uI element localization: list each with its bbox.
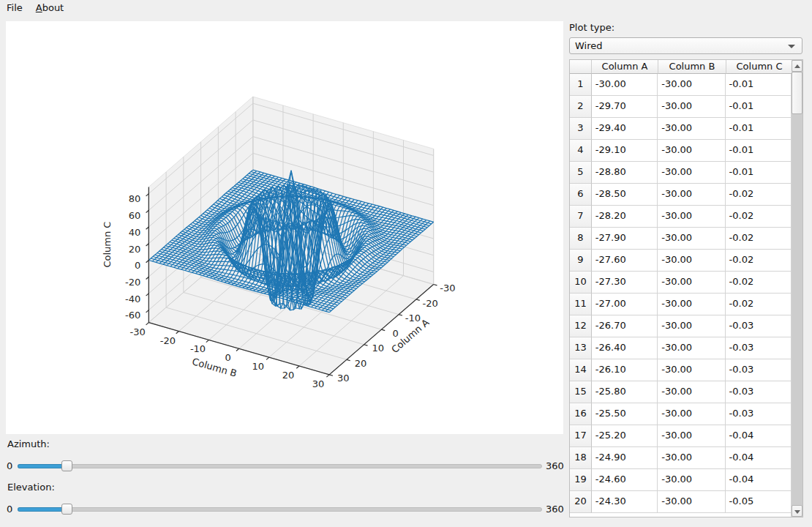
cell-column-b[interactable]: -30.00	[658, 96, 725, 118]
row-number[interactable]: 9	[570, 250, 592, 272]
cell-column-c[interactable]: -0.02	[726, 228, 792, 250]
cell-column-b[interactable]: -30.00	[658, 74, 725, 96]
row-number[interactable]: 10	[570, 272, 592, 294]
azimuth-slider[interactable]	[18, 460, 542, 471]
cell-column-a[interactable]: -28.20	[592, 206, 658, 228]
cell-column-a[interactable]: -30.00	[592, 74, 658, 96]
cell-column-a[interactable]: -24.90	[592, 447, 658, 469]
row-number[interactable]: 8	[570, 228, 592, 250]
cell-column-c[interactable]: -0.04	[726, 425, 792, 447]
row-number[interactable]: 4	[570, 140, 592, 162]
azimuth-slider-handle[interactable]	[61, 460, 72, 471]
row-number[interactable]: 5	[570, 162, 592, 184]
elevation-slider-track[interactable]	[18, 507, 542, 512]
table-scrollbar[interactable]	[792, 60, 802, 517]
table-row: 7-28.20-30.00-0.02	[570, 206, 792, 228]
plot-type-combobox[interactable]: Wired	[569, 37, 802, 54]
cell-column-c[interactable]: -0.01	[726, 74, 792, 96]
cell-column-a[interactable]: -26.10	[592, 359, 658, 381]
cell-column-b[interactable]: -30.00	[658, 206, 725, 228]
cell-column-c[interactable]: -0.01	[726, 96, 792, 118]
menu-about[interactable]: About	[29, 1, 70, 15]
cell-column-b[interactable]: -30.00	[658, 381, 725, 403]
cell-column-b[interactable]: -30.00	[658, 118, 725, 140]
row-number[interactable]: 17	[570, 425, 592, 447]
cell-column-b[interactable]: -30.00	[658, 425, 725, 447]
row-number[interactable]: 6	[570, 184, 592, 206]
cell-column-a[interactable]: -27.00	[592, 294, 658, 315]
cell-column-a[interactable]: -28.80	[592, 162, 658, 184]
cell-column-b[interactable]: -30.00	[658, 491, 725, 513]
scroll-up-button[interactable]	[792, 60, 802, 72]
cell-column-c[interactable]: -0.03	[726, 381, 792, 403]
column-header-column-a[interactable]: Column A	[592, 60, 658, 74]
cell-column-c[interactable]: -0.04	[726, 447, 792, 469]
cell-column-a[interactable]: -29.40	[592, 118, 658, 140]
cell-column-c[interactable]: -0.01	[726, 140, 792, 162]
cell-column-a[interactable]: -24.30	[592, 491, 658, 513]
row-number[interactable]: 16	[570, 403, 592, 425]
cell-column-b[interactable]: -30.00	[658, 359, 725, 381]
plot-3d-canvas[interactable]: -30-20-1001020303020100-10-20-30-60-40-2…	[6, 21, 563, 434]
cell-column-a[interactable]: -24.60	[592, 469, 658, 491]
cell-column-a[interactable]: -27.30	[592, 272, 658, 294]
cell-column-a[interactable]: -26.40	[592, 337, 658, 359]
cell-column-a[interactable]: -27.60	[592, 250, 658, 272]
cell-column-c[interactable]: -0.01	[726, 118, 792, 140]
row-number[interactable]: 11	[570, 294, 592, 315]
row-number[interactable]: 19	[570, 469, 592, 491]
cell-column-b[interactable]: -30.00	[658, 469, 725, 491]
cell-column-b[interactable]: -30.00	[658, 337, 725, 359]
row-number[interactable]: 15	[570, 381, 592, 403]
cell-column-c[interactable]: -0.03	[726, 337, 792, 359]
cell-column-b[interactable]: -30.00	[658, 184, 725, 206]
menu-file[interactable]: File	[0, 1, 29, 15]
cell-column-b[interactable]: -30.00	[658, 403, 725, 425]
elevation-slider[interactable]	[18, 504, 542, 515]
cell-column-b[interactable]: -30.00	[658, 294, 725, 315]
cell-column-a[interactable]: -25.50	[592, 403, 658, 425]
azimuth-slider-track[interactable]	[18, 464, 542, 468]
cell-column-a[interactable]: -25.80	[592, 381, 658, 403]
cell-column-c[interactable]: -0.02	[726, 206, 792, 228]
cell-column-c[interactable]: -0.05	[726, 491, 792, 513]
plot-3d[interactable]: -30-20-1001020303020100-10-20-30-60-40-2…	[6, 21, 563, 434]
scroll-down-button[interactable]	[792, 505, 802, 517]
cell-column-a[interactable]: -28.50	[592, 184, 658, 206]
row-number[interactable]: 12	[570, 315, 592, 337]
cell-column-c[interactable]: -0.03	[726, 359, 792, 381]
cell-column-b[interactable]: -30.00	[658, 447, 725, 469]
table-corner-header[interactable]	[570, 60, 592, 74]
row-number[interactable]: 18	[570, 447, 592, 469]
cell-column-c[interactable]: -0.02	[726, 272, 792, 294]
elevation-slider-handle[interactable]	[61, 504, 72, 515]
row-number[interactable]: 20	[570, 491, 592, 513]
cell-column-b[interactable]: -30.00	[658, 315, 725, 337]
cell-column-c[interactable]: -0.04	[726, 469, 792, 491]
cell-column-c[interactable]: -0.03	[726, 403, 792, 425]
cell-column-a[interactable]: -25.20	[592, 425, 658, 447]
scrollbar-thumb[interactable]	[792, 72, 802, 114]
cell-column-c[interactable]: -0.02	[726, 294, 792, 315]
cell-column-c[interactable]: -0.03	[726, 315, 792, 337]
row-number[interactable]: 14	[570, 359, 592, 381]
cell-column-b[interactable]: -30.00	[658, 250, 725, 272]
cell-column-a[interactable]: -27.90	[592, 228, 658, 250]
row-number[interactable]: 3	[570, 118, 592, 140]
cell-column-b[interactable]: -30.00	[658, 140, 725, 162]
cell-column-c[interactable]: -0.02	[726, 250, 792, 272]
row-number[interactable]: 7	[570, 206, 592, 228]
column-header-column-b[interactable]: Column B	[658, 60, 726, 74]
cell-column-b[interactable]: -30.00	[658, 272, 725, 294]
row-number[interactable]: 1	[570, 74, 592, 96]
cell-column-a[interactable]: -29.70	[592, 96, 658, 118]
cell-column-a[interactable]: -29.10	[592, 140, 658, 162]
cell-column-b[interactable]: -30.00	[658, 162, 725, 184]
cell-column-b[interactable]: -30.00	[658, 228, 725, 250]
cell-column-c[interactable]: -0.02	[726, 184, 792, 206]
row-number[interactable]: 13	[570, 337, 592, 359]
cell-column-c[interactable]: -0.01	[726, 162, 792, 184]
row-number[interactable]: 2	[570, 96, 592, 118]
column-header-column-c[interactable]: Column C	[726, 60, 793, 74]
cell-column-a[interactable]: -26.70	[592, 315, 658, 337]
